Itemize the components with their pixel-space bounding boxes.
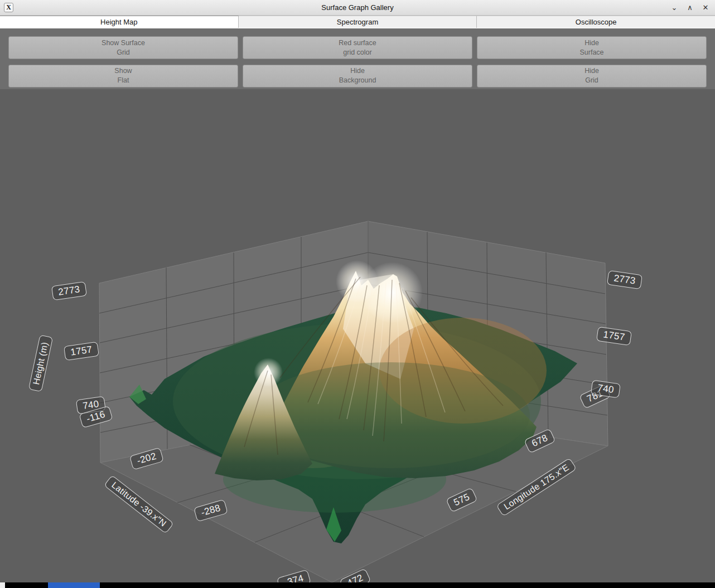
toolbar: Show Surface Grid Red surface grid color… [0,28,715,89]
window-title: Surface Graph Gallery [0,0,715,16]
red-surface-grid-color-button[interactable]: Red surface grid color [243,36,472,59]
button-label: Flat [118,76,129,85]
button-label: Red surface [339,38,376,48]
taskbar-item[interactable] [48,582,100,588]
close-icon: ✕ [703,3,709,12]
tab-spectrogram[interactable]: Spectrogram [239,16,477,28]
maximize-button[interactable]: ∧ [685,3,695,13]
button-label: grid color [343,48,371,57]
taskbar-edge [0,582,5,588]
button-label: Show [114,66,132,76]
show-surface-grid-button[interactable]: Show Surface Grid [8,36,238,59]
window-titlebar[interactable]: X Surface Graph Gallery ⌄ ∧ ✕ [0,0,715,16]
chevron-down-icon: ⌄ [671,3,678,12]
hide-surface-button[interactable]: Hide Surface [477,36,707,59]
button-label: Hide [584,66,599,76]
show-flat-button[interactable]: Show Flat [8,65,238,88]
chevron-up-icon: ∧ [687,3,693,12]
hide-background-button[interactable]: Hide Background [243,65,472,88]
shade-button[interactable]: ⌄ [669,3,679,13]
button-label: Hide [350,66,365,76]
window-controls: ⌄ ∧ ✕ [669,0,711,16]
surface-plot-area[interactable]: 2773 1757 Height (m) 740 -116 -202 -288 … [0,89,715,582]
tab-bar: Height Map Spectrogram Oscilloscope [0,16,715,28]
hide-grid-button[interactable]: Hide Grid [477,65,707,88]
button-label: Background [339,76,376,85]
button-label: Grid [117,48,130,57]
button-label: Hide [584,38,599,48]
tab-label: Height Map [100,18,137,26]
tab-height-map[interactable]: Height Map [0,16,239,28]
app-window: X Surface Graph Gallery ⌄ ∧ ✕ Height Map… [0,0,715,588]
taskbar [0,582,715,588]
tab-oscilloscope[interactable]: Oscilloscope [477,16,715,28]
tab-label: Oscilloscope [576,18,617,26]
button-label: Show Surface [102,38,145,48]
button-label: Surface [579,48,603,57]
close-button[interactable]: ✕ [700,3,711,13]
button-label: Grid [585,76,598,85]
tab-label: Spectrogram [337,18,378,26]
